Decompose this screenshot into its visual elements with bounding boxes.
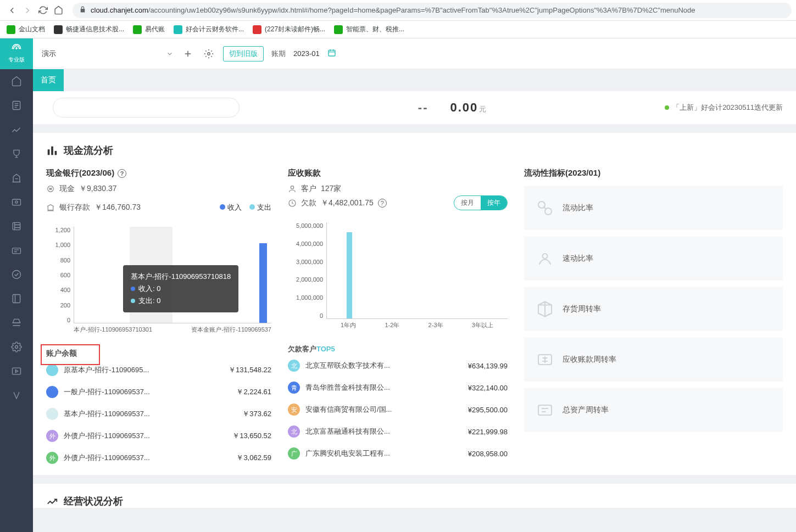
calendar-icon[interactable] <box>327 48 336 59</box>
left-nav: 专业版 <box>0 38 33 532</box>
x-axis-a: 本户-招行-110906953710301 资本金账户-招行-110906953… <box>74 326 271 337</box>
nav-home[interactable] <box>51 3 66 18</box>
period-toggle[interactable]: 按月 按年 <box>454 195 508 210</box>
top5-row[interactable]: 北北京互帮联众数字技术有...¥634,139.99 <box>288 360 508 372</box>
gear-icon[interactable] <box>202 47 215 60</box>
nav-tax-icon[interactable] <box>0 238 33 262</box>
nav-v-icon[interactable] <box>0 383 33 407</box>
svg-rect-21 <box>538 405 552 415</box>
nav-assets-icon[interactable] <box>0 166 33 190</box>
metric-card[interactable]: 存货周转率 <box>524 287 783 331</box>
address-bar[interactable]: cloud.chanjet.com/accounting/uw1eb00zy96… <box>73 3 792 18</box>
tab-home[interactable]: 首页 <box>33 69 64 91</box>
nav-back[interactable] <box>4 3 20 18</box>
account-icon <box>46 364 58 376</box>
customer-count: 127家 <box>321 184 341 194</box>
app-root: 专业版 演示 切到旧版 账期 2023-01 <box>0 38 796 532</box>
metric-card[interactable]: 应收账款周转率 <box>524 338 783 382</box>
app-logo[interactable]: 专业版 <box>0 38 33 69</box>
nav-report-icon[interactable] <box>0 117 33 142</box>
nav-forward[interactable] <box>20 3 35 18</box>
y-axis-a: 1,2001,0008006004002000 <box>46 227 70 323</box>
help-icon[interactable]: ? <box>378 199 387 208</box>
svg-point-17 <box>538 201 545 208</box>
debt-amount: ¥634,139.99 <box>468 362 508 370</box>
metric-label: 速动比率 <box>563 254 593 264</box>
switch-version-button[interactable]: 切到旧版 <box>223 46 264 61</box>
account-name: 基本户-招行-1109069537... <box>64 409 150 419</box>
top5-row[interactable]: 北北京富基融通科技有限公...¥221,999.98 <box>288 425 508 438</box>
search-placeholder[interactable] <box>53 98 240 117</box>
nav-archive-icon[interactable] <box>0 262 33 287</box>
nav-invoice-icon[interactable] <box>0 214 33 238</box>
account-icon <box>46 386 58 398</box>
liquidity-section: 流动性指标(2023/01) 流动比率速动比率存货周转率应收账款周转率总资产周转… <box>524 168 783 464</box>
account-amount: ￥3,062.59 <box>236 453 271 463</box>
add-icon[interactable] <box>181 47 194 60</box>
account-amount: ￥131,548.22 <box>229 365 271 375</box>
top5-row[interactable]: 广广东腾安机电安装工程有...¥208,958.00 <box>288 447 508 460</box>
nav-print-icon[interactable] <box>0 311 33 335</box>
top5-row[interactable]: 安安徽有信商贸有限公司/国...¥295,500.00 <box>288 404 508 416</box>
logo-text: 专业版 <box>8 56 25 64</box>
cash-bank-title: 现金银行(2023/06) <box>46 168 114 178</box>
plot-b <box>326 222 508 319</box>
news-item[interactable]: 「上新」好会计20230511迭代更新 <box>665 103 783 113</box>
toggle-year[interactable]: 按年 <box>481 196 507 210</box>
customer-name: 广东腾安机电安装工程有... <box>305 449 390 458</box>
account-icon: 外 <box>46 430 58 442</box>
toggle-month[interactable]: 按月 <box>454 196 481 210</box>
help-icon[interactable]: ? <box>118 169 126 178</box>
bookmark-favicon <box>7 25 15 34</box>
nav-video-icon[interactable] <box>0 359 33 383</box>
content-scroll[interactable]: -- 0.00元 「上新」好会计20230511迭代更新 现金流分析 现金银行(… <box>33 91 796 532</box>
nav-settings-icon[interactable] <box>0 335 33 359</box>
balance-row[interactable]: 原基本户-招行-11090695...￥131,548.22 <box>46 364 271 376</box>
svg-rect-10 <box>329 50 335 56</box>
nav-home-icon[interactable] <box>0 69 33 93</box>
metric-card[interactable]: 速动比率 <box>524 237 783 281</box>
bookmark-label: (227封未读邮件)畅... <box>265 25 325 34</box>
balance-header: 账户余额 <box>46 349 271 359</box>
metric-card[interactable]: 流动比率 <box>524 186 783 230</box>
balance-row[interactable]: 基本户-招行-1109069537...￥373.62 <box>46 408 271 420</box>
account-icon <box>46 408 58 420</box>
operation-title: 经营状况分析 <box>46 495 783 508</box>
bookmark-item[interactable]: 金山文档 <box>7 25 45 34</box>
bookmark-item[interactable]: 好会计云财务软件... <box>174 25 244 34</box>
bookmark-favicon <box>133 25 142 34</box>
nav-reload[interactable] <box>35 3 51 18</box>
metric-icon <box>535 198 555 218</box>
cash-bank-chart: 1,2001,0008006004002000 本户-招行-1109069537… <box>46 227 271 337</box>
customer-name: 北京富基融通科技有限公... <box>305 427 390 436</box>
nav-salary-icon[interactable] <box>0 190 33 214</box>
bookmark-item[interactable]: 易代账 <box>133 25 165 34</box>
top5-row[interactable]: 青青岛华胜普金科技有限公...¥322,140.00 <box>288 382 508 394</box>
chart-bar <box>259 243 267 323</box>
bookmark-item[interactable]: 智能票、财、税推... <box>334 25 404 34</box>
nav-voucher-icon[interactable] <box>0 93 33 117</box>
balance-row[interactable]: 外外债户-招行-1109069537...￥13,650.52 <box>46 430 271 442</box>
metric-label: 存货周转率 <box>563 304 601 314</box>
metric-icon <box>535 400 555 420</box>
svg-point-15 <box>291 186 293 189</box>
x-axis-b: 1年内1-2年2-3年3年以上 <box>326 321 508 332</box>
customer-icon: 青 <box>288 382 300 394</box>
bookmark-favicon <box>334 25 343 34</box>
org-selector[interactable]: 演示 <box>42 45 174 63</box>
bookmark-label: 畅捷通信息技术股... <box>66 25 124 34</box>
nav-funds-icon[interactable] <box>0 142 33 166</box>
svg-point-18 <box>545 208 552 215</box>
svg-rect-1 <box>13 199 21 205</box>
balance-row[interactable]: 一般户-招行-1109069537...￥2,224.61 <box>46 386 271 398</box>
nav-inventory-icon[interactable] <box>0 287 33 311</box>
svg-rect-3 <box>13 222 20 229</box>
cash-bank-section: 现金银行(2023/06) ? 现金 ￥9,830.37 银行存款 <box>46 168 271 464</box>
svg-rect-6 <box>13 295 20 303</box>
bookmark-item[interactable]: 畅捷通信息技术股... <box>54 25 124 34</box>
metric-card[interactable]: 总资产周转率 <box>524 388 783 432</box>
top-toolbar: 演示 切到旧版 账期 2023-01 <box>33 38 796 69</box>
balance-row[interactable]: 外外债户-招行-1109069537...￥3,062.59 <box>46 452 271 464</box>
metric-icon <box>535 299 555 319</box>
bookmark-item[interactable]: (227封未读邮件)畅... <box>253 25 325 34</box>
